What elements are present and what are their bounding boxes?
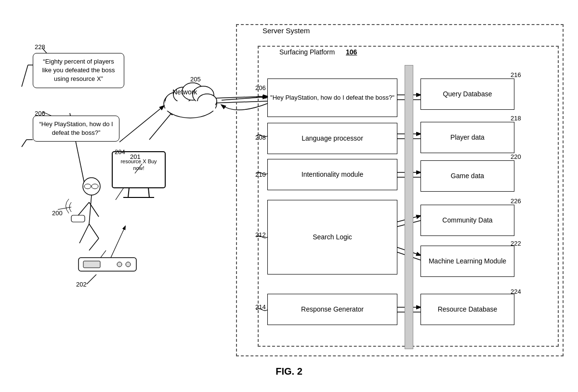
- svg-line-43: [148, 188, 149, 197]
- surfacing-platform-label: Surfacing Platform: [279, 48, 335, 56]
- ref-212: 212: [255, 231, 266, 238]
- svg-line-35: [79, 224, 89, 243]
- ref-204: 204: [115, 148, 125, 156]
- game-data-box: Game data: [420, 160, 514, 192]
- ref-216: 216: [511, 71, 521, 78]
- ref-201: 201: [130, 153, 141, 160]
- query-text: “Hey PlayStation, how do I defeat the bo…: [39, 120, 113, 136]
- community-data-label: Community Data: [442, 216, 492, 225]
- ref-206a: 206: [35, 110, 45, 117]
- language-processor-box: Language processor: [267, 123, 397, 154]
- svg-rect-46: [83, 261, 100, 268]
- ref-206b: 206: [255, 84, 266, 91]
- response-text: “Eighty percent of players like you defe…: [42, 58, 115, 82]
- search-logic-box: Search Logic: [267, 200, 397, 274]
- ref-208: 208: [255, 134, 266, 141]
- machine-learning-label: Machine Learning Module: [429, 257, 506, 266]
- response-generator-label: Response Generator: [301, 305, 364, 314]
- language-processor-label: Language processor: [302, 134, 363, 144]
- query-database-box: Query Database: [420, 78, 514, 110]
- resource-database-box: Resource Database: [420, 294, 514, 325]
- ref-214: 214: [255, 303, 266, 311]
- ref-205: 205: [190, 76, 201, 83]
- response-generator-box: Response Generator: [267, 294, 397, 325]
- svg-rect-40: [71, 215, 85, 222]
- game-data-label: Game data: [451, 171, 484, 181]
- svg-point-48: [126, 262, 131, 267]
- query-database-label: Query Database: [443, 90, 492, 99]
- speech-bubble-query: “Hey PlayStation, how do I defeat the bo…: [33, 116, 119, 142]
- svg-line-49: [119, 106, 164, 142]
- player-data-box: Player data: [420, 122, 514, 153]
- query-input-text: "Hey PlayStation, how do I defeat the bo…: [270, 93, 394, 102]
- ref-200: 200: [52, 209, 63, 217]
- ref-226: 226: [511, 197, 521, 205]
- ref-218: 218: [511, 115, 521, 122]
- svg-line-37: [89, 238, 99, 250]
- pipe-separator: [405, 65, 413, 349]
- ref-220: 220: [511, 153, 521, 160]
- resource-database-label: Resource Database: [438, 305, 498, 314]
- surfacing-platform-ref: 106: [346, 48, 357, 56]
- svg-line-36: [89, 224, 99, 238]
- ref-210: 210: [255, 171, 266, 178]
- ref-228: 228: [35, 43, 45, 51]
- svg-line-42: [128, 188, 129, 197]
- intentionality-module-label: Intentionality module: [302, 170, 363, 180]
- network-label: Network: [172, 88, 197, 96]
- machine-learning-box: Machine Learning Module: [420, 246, 514, 277]
- ref-202: 202: [76, 281, 87, 288]
- svg-rect-30: [165, 101, 215, 111]
- fig-label: FIG. 2: [260, 366, 318, 377]
- player-data-label: Player data: [450, 133, 485, 143]
- svg-line-32: [89, 195, 92, 224]
- svg-line-33: [77, 202, 89, 217]
- speech-bubble-response: “Eighty percent of players like you defe…: [33, 53, 124, 88]
- server-system-label: Server System: [263, 26, 310, 35]
- search-logic-label: Search Logic: [313, 233, 352, 242]
- console-figure: [76, 255, 139, 276]
- intentionality-module-box: Intentionality module: [267, 159, 397, 190]
- ref-222: 222: [511, 240, 521, 247]
- svg-point-47: [117, 262, 122, 267]
- query-input-box: "Hey PlayStation, how do I defeat the bo…: [267, 78, 397, 117]
- community-data-box: Community Data: [420, 205, 514, 236]
- diagram: Server System Surfacing Platform 106 "He…: [0, 0, 578, 392]
- ref-224: 224: [511, 288, 521, 295]
